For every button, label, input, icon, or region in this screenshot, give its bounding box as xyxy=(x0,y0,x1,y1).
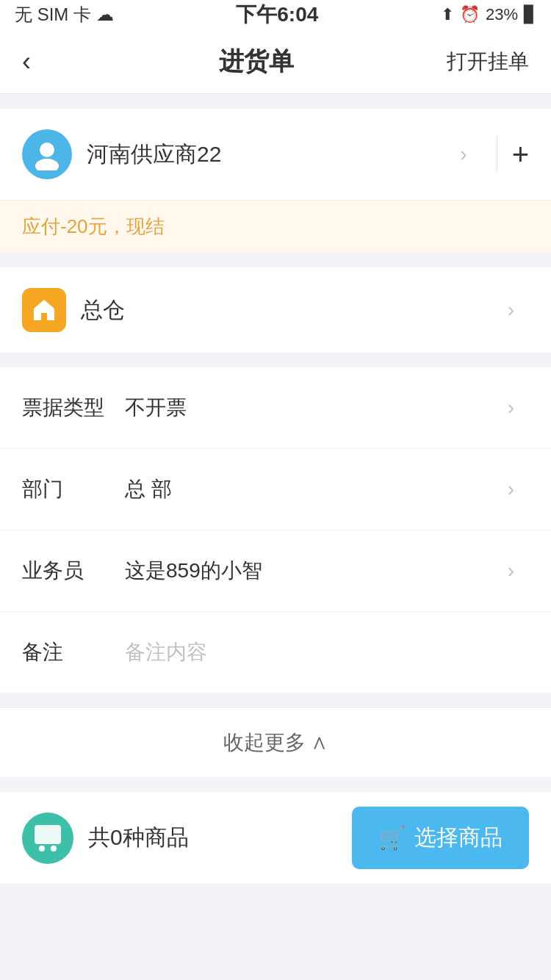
alarm-icon: ⏰ xyxy=(460,5,480,24)
gray-fill-area xyxy=(0,884,551,980)
divider xyxy=(497,136,497,173)
back-button[interactable]: ‹ xyxy=(22,46,66,77)
open-pending-button[interactable]: 打开挂单 xyxy=(447,48,529,76)
warehouse-name: 总仓 xyxy=(81,295,508,325)
svg-point-4 xyxy=(39,846,45,851)
collapse-bar[interactable]: 收起更多 ∧ xyxy=(0,707,551,777)
location-icon: ⬆ xyxy=(441,5,454,24)
svg-point-5 xyxy=(51,846,57,851)
svg-marker-2 xyxy=(34,300,54,320)
user-icon xyxy=(31,138,63,170)
dept-value: 总 部 xyxy=(125,475,508,503)
svg-point-1 xyxy=(35,159,59,170)
select-goods-label: 选择商品 xyxy=(414,823,503,853)
status-time: 下午6:04 xyxy=(236,1,318,29)
battery-icon: ▊ xyxy=(524,5,536,24)
supplier-row[interactable]: 河南供应商22 › + xyxy=(0,109,551,201)
goods-icon-wrap xyxy=(22,813,73,864)
invoice-value: 不开票 xyxy=(125,394,508,422)
warehouse-chevron-icon: › xyxy=(508,298,514,322)
invoice-label: 票据类型 xyxy=(22,394,125,422)
remark-row[interactable]: 备注 备注内容 xyxy=(0,612,551,693)
svg-point-0 xyxy=(40,143,54,157)
svg-rect-3 xyxy=(35,825,61,844)
dept-label: 部门 xyxy=(22,475,125,503)
status-bar: 无 SIM 卡 ☁ 下午6:04 ⬆ ⏰ 23% ▊ xyxy=(0,0,551,29)
form-section: 票据类型 不开票 › 部门 总 部 › 业务员 这是859的小智 › 备注 备注… xyxy=(0,367,551,693)
supplier-section: 河南供应商22 › + 应付-20元，现结 xyxy=(0,109,551,253)
battery-text: 23% xyxy=(486,5,518,24)
sales-label: 业务员 xyxy=(22,557,125,585)
add-supplier-button[interactable]: + xyxy=(512,140,529,169)
bottom-bar: 共0种商品 🛒 选择商品 xyxy=(0,792,551,884)
status-right: ⬆ ⏰ 23% ▊ xyxy=(441,5,536,24)
sim-text: 无 SIM 卡 ☁ xyxy=(15,3,114,26)
supplier-name: 河南供应商22 xyxy=(87,140,460,170)
warehouse-icon xyxy=(22,288,66,332)
sales-row[interactable]: 业务员 这是859的小智 › xyxy=(0,530,551,612)
page-title: 进货单 xyxy=(219,45,294,79)
notice-bar: 应付-20元，现结 xyxy=(0,201,551,253)
warehouse-row[interactable]: 总仓 › xyxy=(0,267,551,353)
cart-icon xyxy=(32,824,64,853)
goods-count: 共0种商品 xyxy=(88,823,337,853)
invoice-row[interactable]: 票据类型 不开票 › xyxy=(0,367,551,449)
dept-chevron-icon: › xyxy=(508,478,514,501)
sales-chevron-icon: › xyxy=(508,559,514,583)
house-icon xyxy=(31,297,57,323)
remark-label: 备注 xyxy=(22,638,125,666)
dept-row[interactable]: 部门 总 部 › xyxy=(0,449,551,530)
invoice-chevron-icon: › xyxy=(508,396,514,419)
remark-input[interactable]: 备注内容 xyxy=(125,638,529,666)
supplier-chevron-icon: › xyxy=(460,143,467,166)
select-goods-button[interactable]: 🛒 选择商品 xyxy=(352,807,529,869)
supplier-avatar xyxy=(22,129,72,179)
warehouse-section: 总仓 › xyxy=(0,267,551,353)
select-goods-icon: 🛒 xyxy=(378,825,406,851)
status-left: 无 SIM 卡 ☁ xyxy=(15,3,114,26)
sales-value: 这是859的小智 xyxy=(125,557,508,585)
nav-bar: ‹ 进货单 打开挂单 xyxy=(0,29,551,94)
